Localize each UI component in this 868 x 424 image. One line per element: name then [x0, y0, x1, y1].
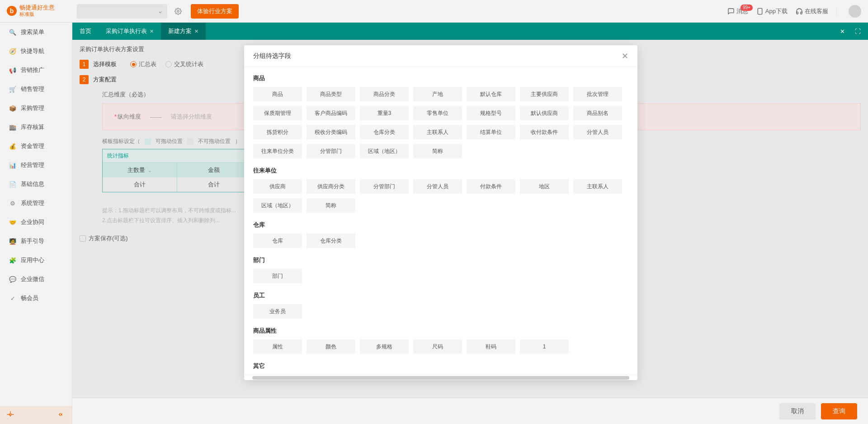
chip-row: 商品商品类型商品分类产地默认仓库主要供应商批次管理保质期管理客户商品编码重量3零… [253, 87, 628, 158]
field-selector-modal: 分组待选字段 ✕ 商品商品商品类型商品分类产地默认仓库主要供应商批次管理保质期管… [244, 45, 637, 380]
field-chip[interactable]: 产地 [413, 87, 462, 101]
field-chip[interactable]: 属性 [253, 339, 302, 354]
field-chip[interactable]: 主联系人 [413, 125, 462, 139]
field-chip[interactable]: 保质期管理 [253, 106, 302, 120]
field-chip[interactable]: 简称 [413, 144, 462, 158]
field-group: 商品属性属性颜色多规格尺码鞋码1 [253, 327, 628, 354]
field-chip[interactable]: 收付款条件 [520, 125, 569, 139]
field-group: 往来单位供应商供应商分类分管部门分管人员付款条件地区主联系人区域（地区）简称 [253, 167, 628, 213]
field-chip[interactable]: 分管部门 [307, 144, 355, 158]
field-chip[interactable]: 仓库分类 [360, 125, 409, 139]
field-chip[interactable]: 供应商 [253, 179, 302, 194]
field-chip[interactable]: 客户商品编码 [307, 106, 355, 120]
field-chip[interactable]: 商品 [253, 87, 302, 101]
chip-row: 业务员 [253, 304, 628, 319]
modal-title: 分组待选字段 [253, 52, 291, 60]
field-chip[interactable]: 仓库分类 [307, 233, 355, 248]
field-chip[interactable]: 商品分类 [360, 87, 409, 101]
field-group: 员工业务员 [253, 291, 628, 319]
field-chip[interactable]: 区域（地区） [360, 144, 409, 158]
field-chip[interactable]: 地区 [520, 179, 569, 194]
field-group-title: 商品属性 [253, 327, 628, 335]
field-chip[interactable]: 1 [520, 339, 569, 354]
field-group: 仓库仓库仓库分类 [253, 221, 628, 248]
field-chip[interactable]: 主要供应商 [520, 87, 569, 101]
modal-horizontal-scrollbar[interactable] [244, 375, 637, 380]
field-chip[interactable]: 区域（地区） [253, 198, 302, 213]
field-chip[interactable]: 仓库 [253, 233, 302, 248]
field-chip[interactable]: 拣货积分 [253, 125, 302, 139]
field-chip[interactable]: 分管人员 [413, 179, 462, 194]
field-chip[interactable]: 尺码 [413, 339, 462, 354]
field-group: 商品商品商品类型商品分类产地默认仓库主要供应商批次管理保质期管理客户商品编码重量… [253, 74, 628, 158]
field-chip[interactable]: 默认仓库 [467, 87, 515, 101]
field-chip[interactable]: 主联系人 [573, 179, 622, 194]
field-chip[interactable]: 税收分类编码 [307, 125, 355, 139]
field-chip[interactable]: 规格型号 [467, 106, 515, 120]
field-group: 部门部门 [253, 256, 628, 283]
chip-row: 部门 [253, 269, 628, 283]
chip-row: 仓库仓库分类 [253, 233, 628, 248]
field-chip[interactable]: 颜色 [307, 339, 355, 354]
field-group-title: 部门 [253, 256, 628, 264]
modal-header: 分组待选字段 ✕ [244, 45, 637, 67]
field-group-title: 员工 [253, 291, 628, 300]
modal-close-button[interactable]: ✕ [622, 51, 628, 61]
field-chip[interactable]: 供应商分类 [307, 179, 355, 194]
field-chip[interactable]: 鞋码 [467, 339, 515, 354]
chip-row: 属性颜色多规格尺码鞋码1 [253, 339, 628, 354]
field-chip[interactable]: 商品类型 [307, 87, 355, 101]
chip-row: 供应商供应商分类分管部门分管人员付款条件地区主联系人区域（地区）简称 [253, 179, 628, 213]
field-chip[interactable]: 多规格 [360, 339, 409, 354]
modal-body[interactable]: 商品商品商品类型商品分类产地默认仓库主要供应商批次管理保质期管理客户商品编码重量… [244, 67, 637, 375]
field-chip[interactable]: 付款条件 [467, 179, 515, 194]
field-group: 其它 [253, 362, 628, 375]
field-chip[interactable]: 零售单位 [413, 106, 462, 120]
field-chip[interactable]: 批次管理 [573, 87, 622, 101]
field-group-title: 其它 [253, 362, 628, 370]
field-group-title: 仓库 [253, 221, 628, 229]
field-chip[interactable]: 往来单位分类 [253, 144, 302, 158]
field-group-title: 商品 [253, 74, 628, 82]
field-chip[interactable]: 分管部门 [360, 179, 409, 194]
field-chip[interactable]: 商品别名 [573, 106, 622, 120]
field-chip[interactable]: 简称 [307, 198, 355, 213]
field-group-title: 往来单位 [253, 167, 628, 175]
field-chip[interactable]: 重量3 [360, 106, 409, 120]
field-chip[interactable]: 部门 [253, 269, 302, 283]
field-chip[interactable]: 结算单位 [467, 125, 515, 139]
field-chip[interactable]: 分管人员 [573, 125, 622, 139]
field-chip[interactable]: 默认供应商 [520, 106, 569, 120]
field-chip[interactable]: 业务员 [253, 304, 302, 319]
